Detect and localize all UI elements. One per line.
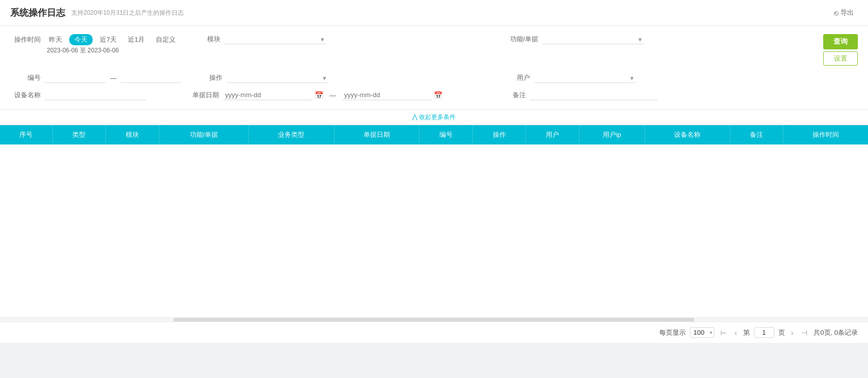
date-dash: — — [329, 92, 336, 99]
collapse-label: 收起更多条件 — [419, 113, 456, 121]
title-area: 系统操作日志 支持2020年10月31日之后产生的操作日志 — [10, 7, 184, 19]
scrollbar-track — [174, 318, 694, 322]
number-to-input[interactable] — [121, 73, 182, 83]
operation-select-wrapper: ▾ — [227, 73, 328, 83]
calendar-to-icon[interactable]: 📅 — [434, 91, 442, 99]
col-user: 用户 — [526, 125, 579, 144]
empty-area — [0, 144, 868, 317]
user-select[interactable] — [534, 73, 636, 83]
time-btn-1month[interactable]: 近1月 — [124, 34, 149, 45]
col-function: 功能/单据 — [159, 125, 248, 144]
action-buttons: 查询 设置 — [823, 34, 858, 66]
col-device: 设备名称 — [645, 125, 730, 144]
device-label: 设备名称 — [10, 91, 41, 100]
export-button[interactable]: ⎋ 导出 — [830, 6, 858, 19]
remark-input[interactable] — [530, 90, 657, 100]
page-title: 系统操作日志 — [10, 7, 65, 19]
date-to-input[interactable] — [342, 90, 432, 100]
next-page-button[interactable]: › — [789, 328, 796, 338]
scrollbar-area[interactable] — [0, 317, 868, 322]
last-page-button[interactable]: ⊣ — [799, 328, 809, 338]
user-label: 用户 — [499, 73, 530, 82]
col-module: 模块 — [106, 125, 159, 144]
col-type: 类型 — [52, 125, 105, 144]
remark-label: 备注 — [495, 91, 526, 100]
table-header-row: 序号 类型 模块 功能/单据 业务类型 单据日期 编号 操作 用户 用户ip 设… — [0, 125, 868, 144]
per-page-label: 每页显示 — [659, 328, 686, 337]
time-range-text: 2023-06-06 至 2023-06-06 — [47, 47, 119, 54]
col-remark: 备注 — [730, 125, 783, 144]
page-subtitle: 支持2020年10月31日之后产生的操作日志 — [71, 9, 184, 17]
col-ip: 用户ip — [579, 125, 645, 144]
time-label: 操作时间 — [10, 35, 41, 44]
operation-select[interactable] — [227, 73, 328, 83]
number-label: 编号 — [10, 73, 41, 82]
export-label: 导出 — [841, 8, 854, 17]
operation-label: 操作 — [192, 73, 222, 82]
col-number: 编号 — [419, 125, 472, 144]
data-table: 序号 类型 模块 功能/单据 业务类型 单据日期 编号 操作 用户 用户ip 设… — [0, 125, 868, 144]
function-select-wrapper: ▾ — [542, 34, 644, 44]
settings-button[interactable]: 设置 — [823, 51, 858, 66]
module-select-wrapper: ▾ — [225, 34, 326, 44]
total-info: 共0页, 0条记录 — [814, 328, 858, 337]
per-page-select[interactable]: 100 50 200 — [690, 327, 714, 338]
number-from-input[interactable] — [45, 73, 106, 83]
collapse-bar[interactable]: ⋀ 收起更多条件 — [0, 110, 868, 125]
col-optime: 操作时间 — [783, 125, 868, 144]
page-label: 第 — [743, 328, 750, 337]
user-select-wrapper: ▾ — [534, 73, 636, 83]
col-operation: 操作 — [472, 125, 525, 144]
calendar-from-icon[interactable]: 📅 — [315, 91, 323, 99]
export-icon: ⎋ — [834, 9, 838, 17]
time-btn-custom[interactable]: 自定义 — [152, 34, 180, 45]
date-label: 单据日期 — [183, 91, 219, 100]
page-header: 系统操作日志 支持2020年10月31日之后产生的操作日志 ⎋ 导出 — [0, 0, 868, 26]
first-page-button[interactable]: ⊢ — [718, 328, 729, 338]
prev-page-button[interactable]: ‹ — [733, 328, 739, 338]
col-date: 单据日期 — [334, 125, 419, 144]
page-number-input[interactable] — [754, 327, 774, 338]
page-unit: 页 — [778, 328, 785, 337]
time-buttons: 昨天 今天 近7天 近1月 自定义 — [45, 34, 180, 45]
function-label: 功能/单据 — [508, 35, 538, 44]
function-select[interactable] — [542, 34, 644, 44]
query-button[interactable]: 查询 — [823, 34, 858, 49]
date-from-input[interactable] — [223, 90, 313, 100]
main-content: 序号 类型 模块 功能/单据 业务类型 单据日期 编号 操作 用户 用户ip 设… — [0, 125, 868, 317]
table-header: 序号 类型 模块 功能/单据 业务类型 单据日期 编号 操作 用户 用户ip 设… — [0, 125, 868, 144]
time-btn-7days[interactable]: 近7天 — [96, 34, 121, 45]
date-input-group: 📅 — 📅 — [223, 90, 442, 100]
pagination-bar: 每页显示 100 50 200 ▾ ⊢ ‹ 第 页 › ⊣ 共0页, 0条记录 — [0, 322, 868, 343]
filter-area: 操作时间 昨天 今天 近7天 近1月 自定义 2023-06-06 至 2023… — [0, 26, 868, 110]
time-btn-yesterday[interactable]: 昨天 — [45, 34, 66, 45]
col-biztype: 业务类型 — [249, 125, 334, 144]
time-btn-today[interactable]: 今天 — [69, 34, 93, 45]
module-select[interactable] — [225, 34, 326, 44]
device-input[interactable] — [45, 90, 147, 100]
collapse-up-icon: ⋀ — [412, 113, 419, 121]
module-label: 模块 — [190, 35, 220, 44]
number-dash: — — [110, 74, 117, 82]
per-page-wrapper: 100 50 200 ▾ — [690, 327, 714, 338]
col-index: 序号 — [0, 125, 52, 144]
